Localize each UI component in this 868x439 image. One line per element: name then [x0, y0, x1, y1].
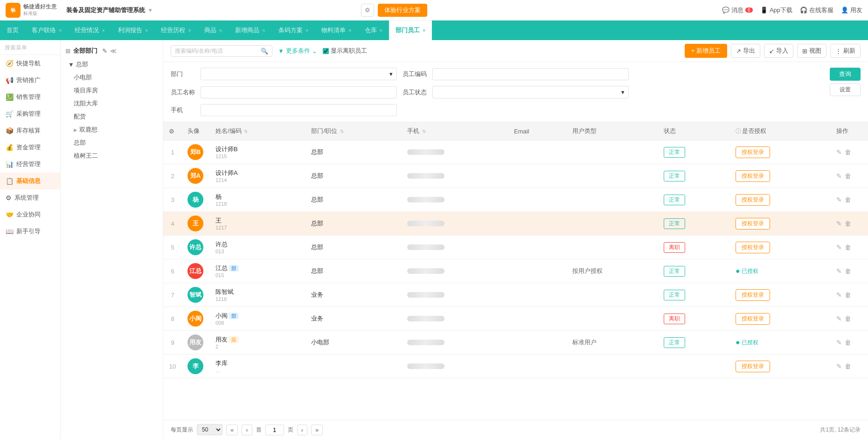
message-button[interactable]: 💬 消息 6	[722, 6, 753, 14]
delete-icon[interactable]: 🗑	[845, 196, 851, 203]
first-page-button[interactable]: «	[226, 425, 238, 435]
authorize-login-button[interactable]: 授权登录	[736, 218, 770, 230]
tab-new-product[interactable]: 新增商品 ×	[229, 21, 271, 40]
sidebar-item-guide[interactable]: 📖 新手引导	[0, 223, 60, 240]
export-button[interactable]: ↗ 导出	[731, 44, 760, 58]
col-phone[interactable]: 手机 ⇅	[402, 122, 508, 140]
settings-button[interactable]: ⚙	[361, 4, 374, 17]
edit-icon[interactable]: ✎	[836, 244, 842, 251]
filter-status-select[interactable]: ▾	[432, 86, 629, 98]
delete-icon[interactable]: 🗑	[845, 362, 851, 370]
col-name[interactable]: 姓名/编码 ⇅	[210, 122, 306, 140]
view-button[interactable]: ⊞ 视图	[797, 44, 826, 58]
dropdown-arrow-icon[interactable]: ▾	[149, 7, 152, 14]
tab-employees[interactable]: 部门员工 ×	[389, 21, 432, 40]
delete-icon[interactable]: 🗑	[845, 315, 851, 322]
dept-node-shuanglu[interactable]: ▶ 双鹿想	[61, 123, 163, 136]
dept-node-headquarters[interactable]: 总部	[61, 136, 163, 149]
close-tab-icon[interactable]: ×	[102, 28, 104, 33]
close-tab-icon[interactable]: ×	[59, 28, 62, 33]
last-page-button[interactable]: »	[311, 425, 323, 435]
dept-node-project-storage[interactable]: 项目库房	[61, 84, 163, 97]
sidebar-item-finance[interactable]: 💰 资金管理	[0, 139, 60, 156]
close-tab-icon[interactable]: ×	[145, 28, 148, 33]
dept-collapse-icon[interactable]: ≪	[110, 48, 117, 55]
edit-icon[interactable]: ✎	[836, 220, 842, 227]
sidebar-item-collab[interactable]: 🤝 企业协同	[0, 206, 60, 223]
tab-operation[interactable]: 经营情况 ×	[68, 21, 111, 40]
tab-barcode[interactable]: 条码方案 ×	[272, 21, 315, 40]
edit-icon[interactable]: ✎	[836, 315, 842, 322]
sidebar-item-base[interactable]: 📋 基础信息	[0, 173, 60, 189]
show-resign-checkbox-label[interactable]: 显示离职员工	[323, 47, 367, 55]
edit-icon[interactable]: ✎	[836, 267, 842, 275]
sidebar-search-input[interactable]	[5, 44, 61, 51]
sidebar-item-business[interactable]: 📊 经营管理	[0, 156, 60, 173]
authorize-login-button[interactable]: 授权登录	[736, 242, 770, 253]
col-settings[interactable]: ⚙	[163, 122, 182, 140]
filter-name-input[interactable]	[201, 86, 397, 98]
sidebar-item-purchase[interactable]: 🛒 采购管理	[0, 105, 60, 122]
authorize-login-button[interactable]: 授权登录	[736, 289, 770, 301]
sidebar-item-inventory[interactable]: 📦 库存核算	[0, 122, 60, 139]
close-tab-icon[interactable]: ×	[219, 28, 222, 33]
sidebar-item-shortcuts[interactable]: 🧭 快捷导航	[0, 55, 60, 72]
import-button[interactable]: ↙ 导入	[764, 44, 793, 58]
close-tab-icon[interactable]: ×	[262, 28, 265, 33]
authorize-login-button[interactable]: 授权登录	[736, 194, 770, 206]
app-download-button[interactable]: 📱 App下载	[760, 6, 792, 14]
tab-profit[interactable]: 利润报告 ×	[111, 21, 154, 40]
query-button[interactable]: 查询	[830, 68, 861, 81]
edit-icon[interactable]: ✎	[836, 291, 842, 299]
delete-icon[interactable]: 🗑	[845, 244, 851, 251]
close-tab-icon[interactable]: ×	[348, 28, 351, 33]
tab-history[interactable]: 经营历程 ×	[154, 21, 197, 40]
delete-icon[interactable]: 🗑	[845, 267, 851, 275]
online-service-button[interactable]: 🎧 在线客服	[800, 6, 833, 14]
edit-icon[interactable]: ✎	[836, 148, 842, 156]
sidebar-item-system[interactable]: ⚙ 系统管理	[0, 189, 60, 206]
delete-icon[interactable]: 🗑	[845, 172, 851, 180]
col-dept[interactable]: 部门/职位 ⇅	[306, 122, 401, 140]
refresh-button[interactable]: ⋮ 刷新	[830, 44, 861, 58]
trial-button[interactable]: 体验行业方案	[378, 4, 427, 17]
authorize-login-button[interactable]: 授权登录	[736, 170, 770, 182]
dept-node-shenyang[interactable]: 沈阳大库	[61, 97, 163, 110]
authorize-login-button[interactable]: 授权登录	[736, 146, 770, 158]
sidebar-item-marketing[interactable]: 📢 营销推广	[0, 72, 60, 89]
dept-node-electronics[interactable]: 小电部	[61, 71, 163, 84]
add-employee-button[interactable]: + 新增员工	[685, 44, 727, 58]
dept-node-distribution[interactable]: 配货	[61, 110, 163, 123]
search-input[interactable]	[175, 48, 259, 54]
user-menu-button[interactable]: 👤 用友	[841, 6, 862, 14]
delete-icon[interactable]: 🗑	[845, 339, 851, 346]
authorize-login-button[interactable]: 授权登录	[736, 313, 770, 325]
more-filter-button[interactable]: ▼ 更多条件 ⌄	[278, 47, 317, 55]
dept-node-headquarters-parent[interactable]: ▼ 总部	[61, 58, 163, 71]
close-tab-icon[interactable]: ×	[423, 28, 425, 33]
page-size-select[interactable]: 50 20 100	[197, 424, 222, 435]
filter-phone-input[interactable]	[201, 104, 397, 116]
delete-icon[interactable]: 🗑	[845, 291, 851, 299]
next-page-button[interactable]: ›	[297, 425, 307, 435]
delete-icon[interactable]: 🗑	[845, 220, 851, 227]
edit-icon[interactable]: ✎	[836, 196, 842, 203]
tab-customer[interactable]: 客户联络 ×	[25, 21, 68, 40]
sidebar-item-sales[interactable]: 💹 销售管理	[0, 89, 60, 105]
close-tab-icon[interactable]: ×	[306, 28, 308, 33]
close-tab-icon[interactable]: ×	[380, 28, 382, 33]
edit-icon[interactable]: ✎	[836, 362, 842, 370]
tab-product[interactable]: 商品 ×	[198, 21, 229, 40]
set-button[interactable]: 设置	[830, 84, 861, 96]
page-number-input[interactable]	[265, 425, 284, 435]
dept-edit-icon[interactable]: ✎	[102, 48, 107, 55]
filter-code-input[interactable]	[432, 68, 629, 80]
delete-icon[interactable]: 🗑	[845, 148, 851, 156]
authorize-login-button[interactable]: 授权登录	[736, 361, 770, 372]
filter-dept-select[interactable]: ▾	[201, 68, 397, 80]
prev-page-button[interactable]: ‹	[242, 425, 252, 435]
tab-warehouse[interactable]: 仓库 ×	[358, 21, 389, 40]
dept-node-plant-king[interactable]: 植树王二	[61, 149, 163, 162]
close-tab-icon[interactable]: ×	[188, 28, 191, 33]
show-resign-checkbox[interactable]	[323, 48, 329, 54]
